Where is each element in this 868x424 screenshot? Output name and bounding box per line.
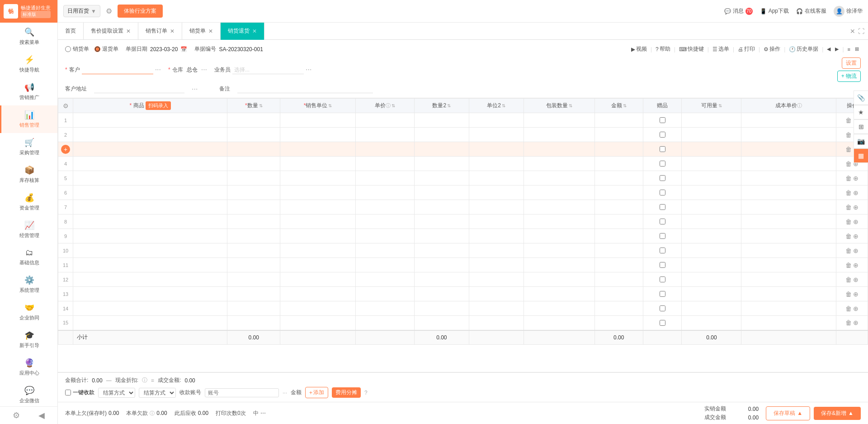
sidebar-item-wechat[interactable]: 💬 企业微信 — [0, 381, 57, 406]
sidebar-item-inventory[interactable]: 📦 库存核算 — [0, 161, 57, 188]
next-record-btn[interactable]: ▶ — [833, 45, 840, 53]
expand-icon[interactable]: ⛶ — [858, 28, 864, 35]
tab-close-sale-return[interactable]: ✕ — [252, 28, 257, 34]
delete-row-12[interactable]: 🗑 — [845, 276, 852, 283]
copy-row-9[interactable]: ⊕ — [853, 233, 859, 240]
account-more-icon[interactable]: ··· — [283, 390, 287, 396]
delete-row-13[interactable]: 🗑 — [845, 291, 852, 298]
floating-home-icon[interactable]: ⊞ — [854, 119, 868, 134]
print-btn[interactable]: 🖨 打印 — [736, 44, 757, 54]
tab-sale-return[interactable]: 销货退货✕ — [221, 23, 264, 40]
gift-check-10[interactable] — [660, 248, 665, 253]
gift-check-14[interactable] — [660, 305, 665, 311]
tab-sale-out[interactable]: 销货单✕ — [182, 23, 221, 40]
one-click-pay-check[interactable]: 一键收款 — [65, 389, 94, 396]
save-draft-btn[interactable]: 保存草稿 ▲ — [766, 406, 810, 420]
grid-view-btn[interactable]: ⊞ — [853, 45, 861, 53]
delete-row-1[interactable]: 🗑 — [845, 117, 852, 124]
collapse-icon[interactable]: ◀ — [38, 410, 45, 420]
gift-check-6[interactable] — [660, 190, 665, 195]
copy-row-10[interactable]: ⊕ — [853, 247, 859, 254]
delete-row-3[interactable]: 🗑 — [845, 146, 852, 153]
online-service-btn[interactable]: 🎧 在线客服 — [796, 7, 826, 15]
app-download-btn[interactable]: 📱 App下载 — [760, 7, 789, 15]
copy-row-7[interactable]: ⊕ — [853, 204, 859, 211]
delete-row-4[interactable]: 🗑 — [845, 160, 852, 167]
history-btn[interactable]: 🕐 历史单据 — [787, 44, 820, 54]
scan-input-btn[interactable]: 扫码录入 — [146, 101, 171, 110]
tab-home[interactable]: 首页 — [58, 23, 84, 40]
tab-sale-order[interactable]: 销售订单✕ — [138, 23, 182, 40]
sidebar-item-enterprise[interactable]: 🤝 企业协同 — [0, 298, 57, 326]
video-btn[interactable]: ▶ 视频 — [629, 44, 649, 54]
copy-row-8[interactable]: ⊕ — [853, 218, 859, 225]
save-new-btn[interactable]: 保存&新增 ▲ — [814, 407, 861, 420]
address-more-icon[interactable]: ··· — [192, 85, 198, 93]
floating-clip-icon[interactable]: 📎 — [854, 91, 868, 105]
prev-record-btn[interactable]: ◀ — [825, 45, 832, 53]
industry-select[interactable]: 日用百货 ▼ — [63, 5, 100, 17]
delete-row-2[interactable]: 🗑 — [845, 131, 852, 138]
close-tab-icon[interactable]: ✕ — [850, 28, 855, 35]
gift-check-11[interactable] — [660, 262, 665, 268]
warehouse-more-icon[interactable]: ··· — [201, 66, 207, 74]
delete-row-11[interactable]: 🗑 — [845, 262, 852, 269]
address-input[interactable] — [94, 85, 184, 93]
sidebar-item-sales[interactable]: 📊 销售管理 — [0, 105, 57, 133]
gift-check-3[interactable] — [660, 146, 665, 152]
gift-check-8[interactable] — [660, 219, 665, 224]
calc-method-select2[interactable]: 结算方式 — [139, 388, 176, 398]
gear-icon[interactable]: ⚙ — [63, 102, 69, 110]
customer-input[interactable] — [82, 66, 153, 74]
copy-row-15[interactable]: ⊕ — [853, 319, 859, 326]
account-input[interactable] — [205, 388, 279, 397]
delete-row-14[interactable]: 🗑 — [845, 305, 852, 312]
add-account-btn[interactable]: + 添加 — [305, 387, 328, 398]
gift-check-5[interactable] — [660, 175, 665, 181]
calc-method-select[interactable]: 结算方式 — [98, 388, 135, 398]
logistics-btn[interactable]: + 物流 — [837, 71, 861, 82]
product-input-3[interactable] — [76, 146, 224, 152]
staff-more-icon[interactable]: ··· — [306, 66, 311, 74]
delete-row-7[interactable]: 🗑 — [845, 204, 852, 211]
customer-more-icon[interactable]: ··· — [155, 66, 161, 74]
user-info[interactable]: 👤 徐泽华 — [834, 6, 863, 17]
delete-row-10[interactable]: 🗑 — [845, 247, 852, 254]
delete-row-9[interactable]: 🗑 — [845, 233, 852, 240]
discount-help-icon[interactable]: ⓘ — [142, 376, 147, 384]
gift-check-1[interactable] — [660, 117, 665, 123]
copy-row-11[interactable]: ⊕ — [853, 262, 859, 269]
copy-row-13[interactable]: ⊕ — [853, 291, 859, 298]
select-btn[interactable]: ☰ 选单 — [711, 44, 731, 54]
radio-sale[interactable]: 销货单 — [65, 45, 89, 53]
settings-icon[interactable]: ⚙ — [13, 410, 20, 420]
delete-row-15[interactable]: 🗑 — [845, 319, 852, 326]
settings-btn[interactable]: 设置 — [842, 57, 861, 69]
gift-check-9[interactable] — [660, 233, 665, 239]
sidebar-item-basic[interactable]: 🗂 基础信息 — [0, 243, 57, 271]
calendar-icon[interactable]: 📅 — [180, 46, 187, 52]
gift-check-12[interactable] — [660, 276, 665, 282]
tab-close-sale-price[interactable]: ✕ — [126, 28, 131, 34]
sidebar-item-purchase[interactable]: 🛒 采购管理 — [0, 133, 57, 161]
sidebar-item-system[interactable]: ⚙️ 系统管理 — [0, 271, 57, 298]
gift-check-7[interactable] — [660, 204, 665, 210]
cost-allocation-btn[interactable]: 费用分摊 — [332, 387, 361, 398]
delete-row-8[interactable]: 🗑 — [845, 218, 852, 225]
message-btn[interactable]: 💬 消息 70 — [724, 7, 753, 15]
staff-input[interactable] — [232, 66, 304, 74]
gift-check-15[interactable] — [660, 320, 665, 326]
cost-help-icon[interactable]: ? — [364, 390, 368, 396]
help-btn[interactable]: ? 帮助 — [654, 44, 672, 54]
tab-close-sale-order[interactable]: ✕ — [170, 28, 175, 34]
add-row-btn[interactable]: + — [61, 145, 70, 154]
gift-check-2[interactable] — [660, 132, 665, 138]
gift-check-4[interactable] — [660, 161, 665, 167]
sidebar-item-marketing[interactable]: 📢 营销推广 — [0, 78, 57, 105]
tab-close-sale-out[interactable]: ✕ — [208, 28, 213, 34]
sidebar-item-shortcut[interactable]: ⚡ 快捷导航 — [0, 50, 57, 78]
radio-return[interactable]: 退货单 — [94, 45, 118, 53]
delete-row-6[interactable]: 🗑 — [845, 189, 852, 196]
floating-orange-icon[interactable]: ▦ — [854, 148, 868, 163]
sidebar-item-operations[interactable]: 📈 经营管理 — [0, 216, 57, 243]
